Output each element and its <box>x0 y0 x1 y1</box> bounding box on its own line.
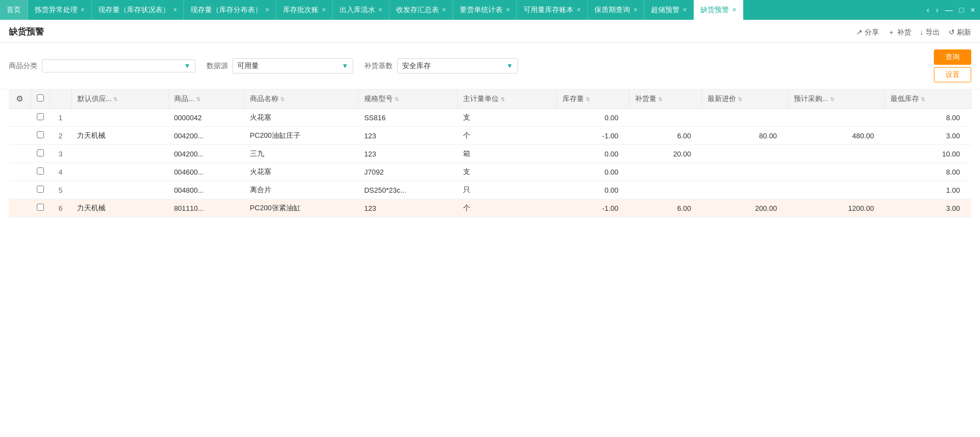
settings-button[interactable]: 设置 <box>934 67 971 82</box>
th-supplier-label: 默认供应... <box>77 94 112 104</box>
row-stock-3: 0.00 <box>557 163 630 181</box>
row-spec-1: 123 <box>359 127 458 145</box>
column-settings-button[interactable]: ⚙ <box>16 94 23 104</box>
replenish-base-select[interactable]: 安全库存 ▼ <box>397 58 518 74</box>
row-min-stock-3: 8.00 <box>885 163 971 181</box>
refresh-action[interactable]: ↺ 刷新 <box>949 27 971 37</box>
row-checkbox-1[interactable] <box>37 131 44 138</box>
table-row: 3 004200... 三九 123 箱 0.00 20.00 10.00 <box>9 145 971 163</box>
tab-close-11[interactable]: × <box>732 6 736 14</box>
tab-item-6[interactable]: 收发存汇总表× <box>389 0 453 20</box>
row-num-5: 6 <box>49 199 71 217</box>
row-supplier-3 <box>71 163 169 181</box>
row-stock-5: -1.00 <box>557 199 630 217</box>
close-window-button[interactable]: × <box>968 4 978 15</box>
th-replenish-label: 补货量 <box>635 94 656 104</box>
row-checkbox-5[interactable] <box>37 204 44 211</box>
tab-item-7[interactable]: 要货单统计表× <box>453 0 517 20</box>
header-actions: ↗ 分享 ＋ 补货 ↓ 导出 ↺ 刷新 <box>856 27 972 37</box>
th-stock-label: 库存量 <box>563 94 584 104</box>
tab-item-8[interactable]: 可用量库存账本× <box>517 0 588 20</box>
export-icon: ↓ <box>920 28 924 36</box>
query-button[interactable]: 查询 <box>934 49 971 65</box>
replenish-base-select-value: 安全库存 <box>402 61 431 71</box>
next-tab-button[interactable]: › <box>933 4 942 15</box>
tab-close-7[interactable]: × <box>506 6 510 14</box>
row-settings-3 <box>9 163 31 181</box>
tab-label-10: 超储预警 <box>651 5 680 15</box>
tab-item-1[interactable]: 拣货异常处理× <box>28 0 92 20</box>
prev-tab-button[interactable]: ‹ <box>924 4 932 15</box>
row-stock-1: -1.00 <box>557 127 630 145</box>
export-action[interactable]: ↓ 导出 <box>920 27 940 37</box>
tab-close-8[interactable]: × <box>577 6 581 14</box>
tab-close-3[interactable]: × <box>265 6 269 14</box>
datasource-filter-group: 数据源 可用量 ▼ <box>207 58 353 74</box>
row-check-3 <box>31 163 49 181</box>
minimize-button[interactable]: — <box>942 4 955 15</box>
row-spec-0: SS816 <box>359 109 458 127</box>
tab-label-5: 出入库流水 <box>339 5 375 15</box>
row-spec-2: 123 <box>359 145 458 163</box>
tab-item-5[interactable]: 出入库流水× <box>333 0 389 20</box>
tab-close-10[interactable]: × <box>683 6 687 14</box>
row-name-1: PC200油缸庄子 <box>244 127 359 145</box>
row-checkbox-3[interactable] <box>37 167 44 175</box>
th-spec: 规格型号 ⇅ <box>359 89 458 109</box>
row-spec-4: DS250*23c... <box>359 181 458 199</box>
row-checkbox-2[interactable] <box>37 149 44 156</box>
table-body: 1 0000042 火花塞 SS816 支 0.00 8.00 2 力天机械 0… <box>9 109 971 217</box>
th-spec-label: 规格型号 <box>364 94 393 104</box>
select-all-checkbox[interactable] <box>37 94 44 102</box>
tab-item-2[interactable]: 现存量（库存状况表）× <box>92 0 184 20</box>
tab-item-0[interactable]: 首页 <box>0 0 28 20</box>
datasource-select[interactable]: 可用量 ▼ <box>232 58 353 74</box>
tab-close-9[interactable]: × <box>633 6 637 14</box>
replenish-action[interactable]: ＋ 补货 <box>888 27 911 37</box>
tab-item-4[interactable]: 库存批次账× <box>276 0 333 20</box>
row-est-purchase-0 <box>788 109 885 127</box>
tab-item-3[interactable]: 现存量（库存分布表）× <box>184 0 276 20</box>
row-supplier-4 <box>71 181 169 199</box>
row-min-stock-4: 1.00 <box>885 181 971 199</box>
category-select[interactable]: ▼ <box>42 59 196 72</box>
row-latest-price-4 <box>702 181 788 199</box>
tab-label-6: 收发存汇总表 <box>396 5 439 15</box>
share-action[interactable]: ↗ 分享 <box>856 27 879 37</box>
row-latest-price-3 <box>702 163 788 181</box>
table-row: 5 004800... 离合片 DS250*23c... 只 0.00 1.00 <box>9 181 971 199</box>
row-supplier-0 <box>71 109 169 127</box>
th-stock: 库存量 ⇅ <box>557 89 630 109</box>
tab-close-1[interactable]: × <box>81 6 85 14</box>
tab-item-9[interactable]: 保质期查询× <box>588 0 644 20</box>
tab-label-2: 现存量（库存状况表） <box>98 5 170 15</box>
row-check-5 <box>31 199 49 217</box>
row-stock-0: 0.00 <box>557 109 630 127</box>
table-row: 4 004600... 火花塞 J7092 支 0.00 8.00 <box>9 163 971 181</box>
row-replenish-0 <box>630 109 702 127</box>
th-name: 商品名称 ⇅ <box>244 89 359 109</box>
row-est-purchase-5: 1200.00 <box>788 199 885 217</box>
replenish-label: 补货 <box>897 27 911 37</box>
th-replenish: 补货量 ⇅ <box>630 89 702 109</box>
row-est-purchase-4 <box>788 181 885 199</box>
row-settings-0 <box>9 109 31 127</box>
min-stock-sort-icon: ⇅ <box>921 96 925 102</box>
supplier-sort-icon: ⇅ <box>113 96 118 102</box>
th-unit-label: 主计量单位 <box>463 94 499 104</box>
name-sort-icon: ⇅ <box>280 96 285 102</box>
row-replenish-4 <box>630 181 702 199</box>
row-checkbox-4[interactable] <box>37 186 44 193</box>
tab-item-10[interactable]: 超储预警× <box>644 0 694 20</box>
tab-close-5[interactable]: × <box>378 6 382 14</box>
row-settings-4 <box>9 181 31 199</box>
table-row: 1 0000042 火花塞 SS816 支 0.00 8.00 <box>9 109 971 127</box>
row-checkbox-0[interactable] <box>37 113 44 120</box>
table-row: 2 力天机械 004200... PC200油缸庄子 123 个 -1.00 6… <box>9 127 971 145</box>
maximize-button[interactable]: □ <box>956 4 966 15</box>
tab-close-6[interactable]: × <box>442 6 446 14</box>
tab-close-2[interactable]: × <box>173 6 177 14</box>
tab-item-11[interactable]: 缺货预警× <box>694 0 743 20</box>
replenish-base-filter-group: 补货基数 安全库存 ▼ <box>364 58 518 74</box>
tab-close-4[interactable]: × <box>322 6 326 14</box>
